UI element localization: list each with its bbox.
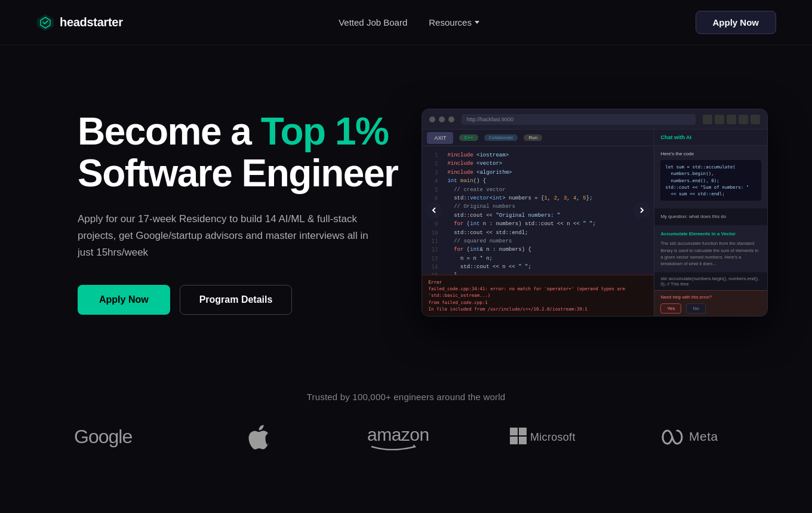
logo-icon xyxy=(36,14,55,31)
ai-message-code: Here's the code let sum = std::accumulat… xyxy=(654,146,767,208)
editor-tab-run: Run xyxy=(524,134,542,141)
editor-toolbar: http://hackfast.9000 xyxy=(422,109,767,130)
hero-heading-prefix: Become a xyxy=(78,110,261,153)
toolbar-dot-2 xyxy=(439,116,445,122)
toolbar-actions xyxy=(703,115,760,124)
ai-no-button[interactable]: No xyxy=(686,303,705,314)
ai-message-label: Here's the code xyxy=(660,150,761,158)
error-detail-1: failed_code.cpp:34:41: error: no match f… xyxy=(428,285,648,299)
logo-link[interactable]: headstarter xyxy=(36,14,123,31)
editor-body: AXIT C++ Collaborate Run 123456789101112… xyxy=(422,130,767,316)
editor-main: AXIT C++ Collaborate Run 123456789101112… xyxy=(422,130,654,316)
chevron-right-icon xyxy=(638,207,645,214)
hero-heading-suffix: Software Engineer xyxy=(78,152,398,195)
companies-row: Google amazon xyxy=(36,423,776,451)
editor-tab-collaborate: Collaborate xyxy=(484,134,518,141)
ai-code-ref: std::accumulate(numbers.begin(), numbers… xyxy=(654,272,767,290)
nav-resources[interactable]: Resources xyxy=(429,17,479,27)
editor-prev-arrow[interactable] xyxy=(426,202,442,219)
hero-left: Become a Top 1% Software Engineer Apply … xyxy=(78,110,398,315)
hero-section: Become a Top 1% Software Engineer Apply … xyxy=(0,45,812,380)
toolbar-action-5 xyxy=(751,115,760,124)
editor-url-bar: http://hackfast.9000 xyxy=(462,114,696,125)
hero-apply-button[interactable]: Apply Now xyxy=(78,285,170,315)
ai-panel: Chat with AI Here's the code let sum = s… xyxy=(654,130,767,316)
svg-text:Google: Google xyxy=(74,426,132,447)
hero-subtext: Apply for our 17-week Residency to build… xyxy=(78,211,370,261)
amazon-svg-icon: amazon xyxy=(367,424,445,450)
editor-tab-axit[interactable]: AXIT xyxy=(427,132,453,144)
ai-answer: Accumulate Elements in a Vector The std:… xyxy=(654,226,767,272)
hero-buttons: Apply Now Program Details xyxy=(78,285,398,315)
ai-answer-body: The std::accumulate function from the st… xyxy=(660,240,761,267)
logo-text: headstarter xyxy=(60,16,123,29)
code-editor-frame: http://hackfast.9000 AXIT C++ Collab xyxy=(422,109,768,317)
ai-question: My question: what does this do xyxy=(654,208,767,226)
error-detail-2: from failed_code.cpp:1 xyxy=(428,299,648,306)
error-detail-3: In file included from /usr/include/c++/1… xyxy=(428,306,648,312)
toolbar-dot-1 xyxy=(429,116,435,122)
trusted-section: Trusted by 100,000+ engineers around the… xyxy=(0,380,812,475)
google-logo: Google xyxy=(36,425,184,449)
error-panel: Error failed_code.cpp:34:41: error: no m… xyxy=(422,275,654,316)
chevron-down-icon xyxy=(475,21,479,24)
apple-svg-icon xyxy=(247,423,269,451)
ai-code-block: let sum = std::accumulate( numbers.begin… xyxy=(660,160,761,201)
hero-right: http://hackfast.9000 AXIT C++ Collab xyxy=(398,109,768,317)
chevron-left-icon xyxy=(430,207,438,214)
hero-heading-accent: Top 1% xyxy=(261,110,389,153)
editor-tabs: AXIT C++ Collaborate Run xyxy=(422,130,654,146)
nav-vetted-job-board[interactable]: Vetted Job Board xyxy=(339,17,407,27)
navbar: headstarter Vetted Job Board Resources A… xyxy=(0,0,812,45)
meta-svg-icon: Meta xyxy=(658,428,746,446)
svg-text:amazon: amazon xyxy=(367,425,429,444)
hero-program-details-button[interactable]: Program Details xyxy=(180,285,293,315)
toolbar-action-2 xyxy=(715,115,724,124)
toolbar-dot-3 xyxy=(448,116,454,122)
ai-error-buttons: Yes No xyxy=(660,303,761,314)
svg-rect-3 xyxy=(519,428,527,435)
svg-rect-2 xyxy=(510,428,518,435)
microsoft-logo: Microsoft xyxy=(480,428,628,447)
google-svg-icon: Google xyxy=(74,425,146,449)
microsoft-svg-icon: Microsoft xyxy=(510,428,598,447)
svg-rect-5 xyxy=(519,437,527,444)
trusted-text: Trusted by 100,000+ engineers around the… xyxy=(36,392,776,402)
nav-apply-button[interactable]: Apply Now xyxy=(696,11,777,34)
ai-answer-title: Accumulate Elements in a Vector xyxy=(660,231,761,238)
editor-code-area: 1234567891011121314151617181920212223242… xyxy=(422,146,654,275)
ai-yes-button[interactable]: Yes xyxy=(660,303,681,314)
amazon-logo: amazon xyxy=(332,424,480,450)
apple-logo xyxy=(184,423,332,451)
ai-panel-header: Chat with AI xyxy=(654,130,767,146)
editor-tab-cpp: C++ xyxy=(459,134,478,141)
toolbar-action-3 xyxy=(727,115,736,124)
nav-links: Vetted Job Board Resources xyxy=(339,17,479,27)
svg-rect-4 xyxy=(510,437,518,444)
svg-text:Microsoft: Microsoft xyxy=(530,431,576,443)
hero-heading: Become a Top 1% Software Engineer xyxy=(78,110,398,195)
ai-question-text: My question: what does this do xyxy=(660,214,726,219)
error-text: Error xyxy=(428,279,648,285)
ai-error-help: Need help with this error? Yes No xyxy=(654,290,767,316)
editor-next-arrow[interactable] xyxy=(633,202,650,219)
toolbar-action-4 xyxy=(739,115,748,124)
meta-logo: Meta xyxy=(628,428,776,446)
code-content: #include <iostream> #include <vector> #i… xyxy=(441,146,654,275)
svg-text:Meta: Meta xyxy=(689,429,718,443)
toolbar-action-1 xyxy=(703,115,712,124)
